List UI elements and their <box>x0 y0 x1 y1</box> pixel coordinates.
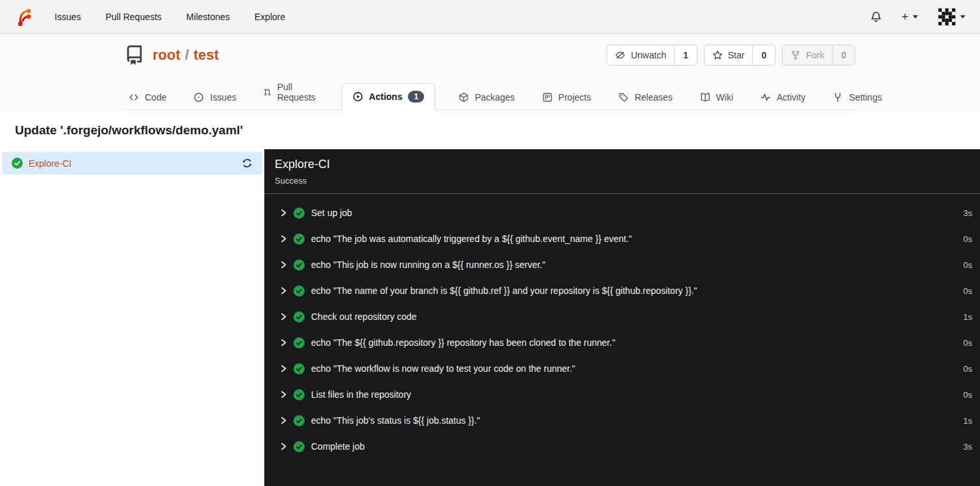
eye-closed-icon <box>615 50 625 60</box>
check-circle-icon <box>294 415 305 426</box>
run-panel-header: Explore-CI Success <box>264 149 980 194</box>
repo-owner-link[interactable]: root <box>153 47 181 64</box>
plus-icon: + <box>901 10 909 23</box>
check-circle-icon <box>294 234 305 245</box>
check-circle-icon <box>294 441 305 452</box>
check-circle-icon <box>294 311 305 322</box>
star-button[interactable]: Star <box>705 45 753 65</box>
tab-label: Wiki <box>716 92 733 103</box>
step-duration: 3s <box>953 442 972 452</box>
chevron-right-icon[interactable] <box>280 390 287 399</box>
chevron-right-icon[interactable] <box>280 312 287 321</box>
chevron-right-icon[interactable] <box>280 338 287 347</box>
chevron-down-icon <box>912 15 918 19</box>
step-row[interactable]: echo "This job is now running on a ${{ r… <box>280 252 972 278</box>
wrench-icon <box>833 92 843 103</box>
check-circle-icon <box>294 389 305 400</box>
repo-tabs: Code Issues Pull Requests Actions 1 Pack… <box>125 75 855 110</box>
actions-count-badge: 1 <box>408 91 424 103</box>
step-name: Complete job <box>311 441 365 452</box>
tab-label: Code <box>145 92 166 103</box>
tab-label: Activity <box>777 92 805 103</box>
chevron-down-icon <box>960 15 966 19</box>
step-name: List files in the repository <box>311 389 411 400</box>
pulse-icon <box>760 92 771 103</box>
step-row[interactable]: echo "The workflow is now ready to test … <box>280 356 972 382</box>
step-row[interactable]: List files in the repository 0s <box>280 382 972 407</box>
step-duration: 0s <box>953 260 972 270</box>
steps-list: Set up job 3s echo "The job was automati… <box>264 194 980 459</box>
tab-label: Projects <box>559 92 592 103</box>
check-circle-icon <box>294 286 305 297</box>
job-name: Explore-CI <box>29 158 71 169</box>
sidebar-job-explore-ci[interactable]: Explore-CI <box>2 152 262 175</box>
fork-count[interactable]: 0 <box>832 45 855 65</box>
nav-item-pull-requests[interactable]: Pull Requests <box>105 12 161 22</box>
bell-icon <box>870 11 882 23</box>
tab-label: Pull Requests <box>277 82 318 103</box>
step-row[interactable]: Set up job 3s <box>280 200 972 226</box>
star-icon <box>712 50 723 60</box>
tab-activity[interactable]: Activity <box>757 85 809 110</box>
step-name: Check out repository code <box>311 311 417 322</box>
star-count[interactable]: 0 <box>752 45 775 65</box>
step-duration: 1s <box>953 312 972 322</box>
tab-actions[interactable]: Actions 1 <box>342 83 435 110</box>
step-row[interactable]: Complete job 3s <box>280 433 972 459</box>
refresh-icon[interactable] <box>242 158 253 169</box>
repo-header: root / test Unwatch 1 <box>0 34 980 110</box>
tab-wiki[interactable]: Wiki <box>696 85 737 110</box>
star-button-group: Star 0 <box>704 45 775 66</box>
tab-releases[interactable]: Releases <box>614 85 676 110</box>
step-row[interactable]: echo "This job's status is ${{ job.statu… <box>280 407 972 433</box>
step-name: echo "This job is now running on a ${{ r… <box>311 260 546 270</box>
nav-item-explore[interactable]: Explore <box>255 12 285 22</box>
chevron-right-icon[interactable] <box>280 364 287 373</box>
repo-name-link[interactable]: test <box>194 47 219 64</box>
page-title: Update '.forgejo/workflows/demo.yaml' <box>0 110 980 149</box>
tab-projects[interactable]: Projects <box>538 85 596 110</box>
chevron-right-icon[interactable] <box>280 286 287 295</box>
tab-label: Issues <box>210 92 236 103</box>
tab-issues[interactable]: Issues <box>190 85 240 110</box>
create-new-button[interactable]: + <box>901 10 918 23</box>
git-pull-request-icon <box>264 87 271 97</box>
step-duration: 1s <box>953 416 972 426</box>
tab-code[interactable]: Code <box>125 85 170 110</box>
step-name: echo "This job's status is ${{ job.statu… <box>311 415 480 426</box>
user-menu-button[interactable] <box>938 8 966 26</box>
step-row[interactable]: echo "The ${{ github.repository }} repos… <box>280 330 972 356</box>
chevron-right-icon[interactable] <box>280 260 287 269</box>
forgejo-logo-icon[interactable] <box>14 7 34 27</box>
git-fork-icon <box>790 50 801 60</box>
nav-item-issues[interactable]: Issues <box>55 12 81 22</box>
watch-count[interactable]: 1 <box>674 45 697 65</box>
step-duration: 3s <box>953 208 972 218</box>
check-circle-icon <box>294 337 305 348</box>
fork-button[interactable]: Fork <box>783 45 832 65</box>
tab-label: Packages <box>475 92 514 103</box>
run-layout: Explore-CI Explore-CI Success Set up job… <box>0 149 980 486</box>
tag-icon <box>618 92 629 103</box>
nav-item-milestones[interactable]: Milestones <box>186 12 230 22</box>
unwatch-button[interactable]: Unwatch <box>607 45 673 65</box>
code-icon <box>129 92 139 103</box>
chevron-right-icon[interactable] <box>280 234 287 243</box>
step-row[interactable]: echo "The job was automatically triggere… <box>280 226 972 252</box>
tab-settings[interactable]: Settings <box>829 85 886 110</box>
chevron-right-icon[interactable] <box>280 442 287 451</box>
top-navbar: Issues Pull Requests Milestones Explore … <box>0 0 980 34</box>
chevron-right-icon[interactable] <box>280 416 287 425</box>
jobs-sidebar: Explore-CI <box>0 149 264 486</box>
step-row[interactable]: Check out repository code 1s <box>280 304 972 330</box>
tab-pull-requests[interactable]: Pull Requests <box>260 75 322 110</box>
repo-book-icon <box>125 45 144 65</box>
step-name: echo "The job was automatically triggere… <box>311 234 632 244</box>
step-row[interactable]: echo "The name of your branch is ${{ git… <box>280 278 972 304</box>
tab-packages[interactable]: Packages <box>455 85 518 110</box>
chevron-right-icon[interactable] <box>280 208 287 217</box>
main-menu: Issues Pull Requests Milestones Explore <box>55 12 285 22</box>
notifications-button[interactable] <box>870 11 882 23</box>
fork-label: Fork <box>806 50 824 60</box>
repo-separator: / <box>185 47 189 64</box>
